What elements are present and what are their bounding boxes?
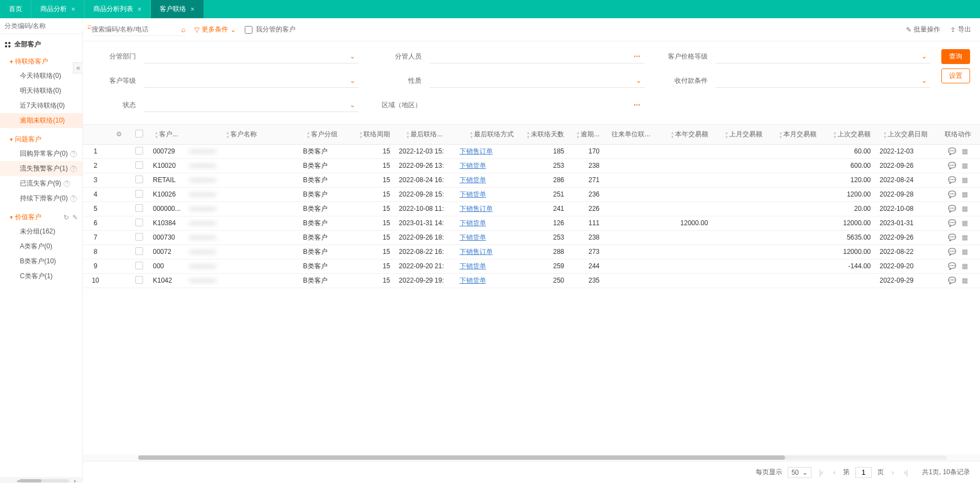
grid-icon[interactable]: ▦	[962, 147, 968, 155]
table-row[interactable]: 9000————B类客户152022-09-20 21:下销货单259244-1…	[83, 259, 980, 273]
per-page-select[interactable]: 50 ⌄	[788, 467, 812, 478]
sidebar-item-lost[interactable]: 已流失客户(9)?	[0, 176, 82, 191]
method-link[interactable]: 下销货单	[460, 219, 486, 227]
chat-icon[interactable]: 💬	[948, 162, 956, 169]
chat-icon[interactable]: 💬	[948, 233, 956, 241]
chat-icon[interactable]: 💬	[948, 190, 956, 198]
help-icon[interactable]: ?	[70, 166, 77, 172]
col-gear[interactable]: ⚙	[108, 125, 130, 144]
filter-nature-input[interactable]: ⌄	[429, 73, 644, 88]
row-checkbox[interactable]	[130, 187, 149, 201]
grid-icon[interactable]: ▦	[962, 277, 968, 284]
col-last-time[interactable]: ▴▾最后联络...	[394, 125, 455, 144]
refresh-icon[interactable]: ↻	[64, 214, 69, 221]
row-checkbox[interactable]	[130, 273, 149, 288]
grid-icon[interactable]: ▦	[962, 248, 968, 256]
filter-status-input[interactable]: ⌄	[144, 98, 359, 112]
sidebar-item-ungrouped[interactable]: 未分组(162)	[0, 224, 82, 239]
table-row[interactable]: 5000000...————B类客户152022-10-08 11:下销售订单2…	[83, 201, 980, 216]
col-check-all[interactable]	[130, 125, 149, 144]
table-row[interactable]: 2K10020————B类客户152022-09-26 13:下销货单25323…	[83, 158, 980, 173]
sidebar-item-today[interactable]: 今天待联络(0)	[0, 68, 82, 83]
sidebar-item-class-a[interactable]: A类客户(0)	[0, 239, 82, 254]
method-link[interactable]: 下销货单	[460, 277, 486, 284]
col-last-method[interactable]: ▴▾最后联络方式	[455, 125, 518, 144]
chat-icon[interactable]: 💬	[948, 147, 956, 155]
filter-cust-level-input[interactable]: ⌄	[144, 73, 359, 88]
col-cycle[interactable]: ▴▾联络周期	[346, 125, 394, 144]
chat-icon[interactable]: 💬	[948, 219, 956, 227]
sidebar-horizontal-scrollbar[interactable]: ◂ ▸	[0, 477, 82, 483]
page-last-button[interactable]: ›|	[902, 469, 910, 476]
table-row[interactable]: 6K10384————B类客户152023-01-31 14:下销货单12611…	[83, 216, 980, 230]
chat-icon[interactable]: 💬	[948, 176, 956, 184]
tab-customer-contact[interactable]: 客户联络×	[151, 0, 204, 18]
tab-product-analysis[interactable]: 商品分析×	[31, 0, 85, 18]
grid-icon[interactable]: ▦	[962, 205, 968, 213]
method-link[interactable]: 下销货单	[460, 262, 486, 270]
filter-department-input[interactable]: ⌄	[144, 49, 359, 63]
col-overdue[interactable]: ▴▾逾期...	[568, 125, 604, 144]
edit-icon[interactable]: ✎	[72, 214, 78, 221]
grid-icon[interactable]: ▦	[962, 176, 968, 184]
method-link[interactable]: 下销售订单	[460, 147, 493, 155]
export-button[interactable]: ⇪导出	[950, 25, 971, 34]
sidebar-item-loss-warning[interactable]: 流失预警客户(1)?	[0, 161, 82, 176]
chat-icon[interactable]: 💬	[948, 248, 956, 256]
col-code[interactable]: ▴▾客户...	[149, 125, 185, 144]
sidebar-item-class-b[interactable]: B类客户(10)	[0, 254, 82, 269]
close-icon[interactable]: ×	[191, 6, 194, 13]
sidebar-group-value[interactable]: ▾ 价值客户 ↻ ✎	[0, 210, 82, 224]
col-year-amt[interactable]: ▴▾本年交易额	[658, 125, 712, 144]
query-button[interactable]: 查询	[941, 49, 970, 64]
row-checkbox[interactable]	[130, 216, 149, 230]
col-name[interactable]: ▴▾客户名称	[185, 125, 299, 144]
filter-person-input[interactable]: ⋯	[429, 49, 644, 63]
method-link[interactable]: 下销货单	[460, 162, 486, 169]
row-checkbox[interactable]	[130, 201, 149, 216]
close-icon[interactable]: ×	[138, 6, 141, 13]
col-days-no[interactable]: ▴▾未联络天数	[518, 125, 568, 144]
settings-button[interactable]: 设置	[941, 68, 970, 83]
help-icon[interactable]: ?	[70, 195, 77, 202]
chat-icon[interactable]: 💬	[948, 205, 956, 213]
method-link[interactable]: 下销售订单	[460, 248, 493, 256]
help-icon[interactable]: ?	[70, 151, 77, 157]
sidebar-root-all-customers[interactable]: 全部客户	[0, 36, 82, 52]
tab-home[interactable]: 首页	[0, 0, 31, 18]
col-group[interactable]: ▴▾客户分组	[299, 125, 347, 144]
my-customers-checkbox[interactable]: 我分管的客户	[245, 25, 296, 34]
table-row[interactable]: 3RETAIL————B类客户152022-08-24 16:下销货单28627…	[83, 173, 980, 187]
col-last-date[interactable]: ▴▾上次交易日期	[875, 125, 936, 144]
grid-icon[interactable]: ▦	[962, 262, 968, 270]
batch-action-button[interactable]: ✎批量操作	[906, 25, 940, 34]
sidebar-group-pending[interactable]: ▾ 待联络客户	[0, 55, 82, 68]
checkbox[interactable]	[245, 26, 252, 34]
more-conditions-toggle[interactable]: ▽ 更多条件 ⌄	[194, 25, 236, 34]
method-link[interactable]: 下销货单	[460, 176, 486, 184]
filter-price-level-input[interactable]: ⌄	[715, 49, 930, 63]
col-last-amt[interactable]: ▴▾上次交易额	[821, 125, 875, 144]
row-checkbox[interactable]	[130, 230, 149, 245]
table-row[interactable]: 1000729————B类客户152022-12-03 15:下销售订单1851…	[83, 144, 980, 158]
row-checkbox[interactable]	[130, 158, 149, 173]
sidebar-item-tomorrow[interactable]: 明天待联络(0)	[0, 83, 82, 98]
row-checkbox[interactable]	[130, 144, 149, 158]
method-link[interactable]: 下销货单	[460, 190, 486, 198]
col-this-month-amt[interactable]: ▴▾本月交易额	[767, 125, 821, 144]
collapse-sidebar-button[interactable]: «	[73, 62, 83, 73]
table-horizontal-scrollbar[interactable]	[83, 454, 980, 461]
chat-icon[interactable]: 💬	[948, 277, 956, 284]
method-link[interactable]: 下销货单	[460, 233, 486, 241]
row-checkbox[interactable]	[130, 245, 149, 259]
search-icon[interactable]: ⌕	[87, 22, 92, 30]
grid-icon[interactable]: ▦	[962, 190, 968, 198]
gear-icon[interactable]: ⚙	[116, 130, 122, 138]
sidebar-search-input[interactable]	[4, 22, 87, 30]
sidebar-item-overdue[interactable]: 逾期未联络(10)	[0, 113, 82, 128]
sidebar-item-repurchase-abnormal[interactable]: 回购异常客户(0)?	[0, 146, 82, 161]
filter-region-input[interactable]: ⋯	[429, 98, 644, 112]
table-row[interactable]: 800072————B类客户152022-08-22 16:下销售订单28827…	[83, 245, 980, 259]
table-row[interactable]: 10K1042————B类客户152022-09-29 19:下销货单25023…	[83, 273, 980, 288]
sidebar-item-7days[interactable]: 近7天待联络(0)	[0, 98, 82, 113]
